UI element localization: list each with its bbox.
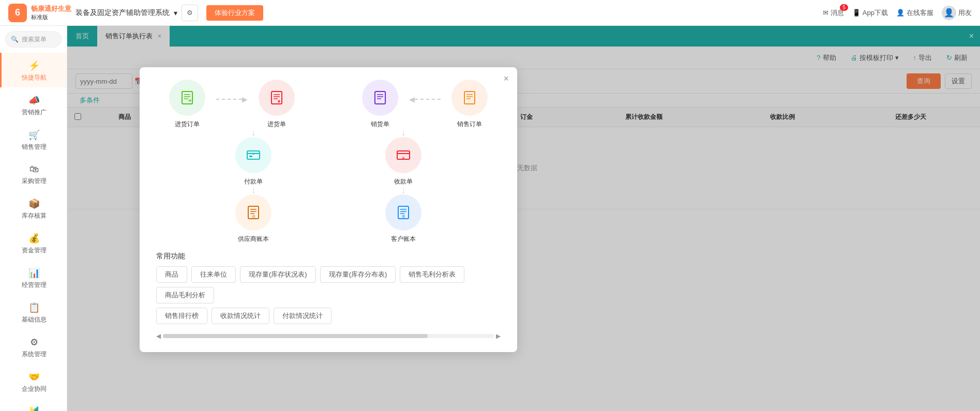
svg-rect-4 xyxy=(272,92,282,104)
sidebar-item-finance[interactable]: 💰 资金管理 xyxy=(0,225,67,260)
logo-icon: 6 xyxy=(8,4,27,22)
func-sales-rank-button[interactable]: 销售排行榜 xyxy=(156,308,207,324)
scroll-track[interactable] xyxy=(163,334,494,338)
supplier-ledger-icon: 供 xyxy=(235,194,272,231)
sidebar-item-sales[interactable]: 🛒 销售管理 xyxy=(0,122,67,157)
download-icon: 📱 xyxy=(852,9,861,17)
sidebar-item-enterprise[interactable]: 🤝 企业协同 xyxy=(0,364,67,399)
trial-button[interactable]: 体验行业方案 xyxy=(206,5,263,21)
arrow-2: ◀ xyxy=(409,95,441,103)
svg-text:客: 客 xyxy=(402,215,405,218)
settings-button[interactable]: ⚙ xyxy=(182,5,198,21)
func-inventory-dist-button[interactable]: 现存量(库存分布表) xyxy=(320,266,396,283)
basic-info-icon: 📋 xyxy=(28,302,40,313)
system-icon: ⚙ xyxy=(30,337,38,348)
search-menu-button[interactable]: 🔍 搜索菜单 xyxy=(5,31,62,48)
flow-row-2: ↓ ¥ 付款单 xyxy=(156,129,501,186)
purchase-order-icon xyxy=(169,80,205,116)
purchase-bill-icon xyxy=(259,80,295,116)
flow-spacer-3 xyxy=(156,186,218,243)
flow-customer: ↓ 客 客户账本 xyxy=(372,186,434,243)
svg-rect-0 xyxy=(182,92,192,104)
message-icon: ✉ xyxy=(823,9,828,17)
scroll-right-button[interactable]: ▶ xyxy=(496,332,501,340)
message-button[interactable]: ✉ 消息 5 xyxy=(823,8,844,18)
flow-spacer-2 xyxy=(439,129,501,186)
sales-icon: 🛒 xyxy=(28,129,40,141)
sales-order-icon xyxy=(451,80,488,116)
sidebar-item-guide[interactable]: 🔰 新手引导 xyxy=(0,399,67,411)
sidebar-item-quick-nav[interactable]: ⚡ 快捷导航 xyxy=(0,53,67,87)
flow-sales-bill[interactable]: 销货单 xyxy=(349,80,411,129)
customer-ledger-icon: 客 xyxy=(385,194,421,231)
sidebar-item-system[interactable]: ⚙ 系统管理 xyxy=(0,329,67,364)
flow-spacer-4 xyxy=(439,186,501,243)
dropdown-arrow-icon[interactable]: ▾ xyxy=(174,9,177,17)
func-goods-profit-button[interactable]: 商品毛利分析 xyxy=(156,287,214,303)
flow-popup: × 进货订单 xyxy=(140,67,517,352)
flow-purchase-down: ↓ ¥ 付款单 xyxy=(222,129,284,186)
svg-text:供: 供 xyxy=(252,215,255,218)
func-inventory-status-button[interactable]: 现存量(库存状况表) xyxy=(240,266,316,283)
sidebar-item-basic-info[interactable]: 📋 基础信息 xyxy=(0,295,67,329)
flow-diagram: 进货订单 ▶ xyxy=(156,80,501,243)
flow-row-1: 进货订单 ▶ xyxy=(156,80,501,129)
sales-bill-icon xyxy=(362,80,398,116)
search-icon: 🔍 xyxy=(11,36,19,43)
func-goods-button[interactable]: 商品 xyxy=(156,266,187,283)
scroll-thumb xyxy=(163,334,428,338)
content-area: 首页 销售订单执行表 × × ? 帮助 🖨 按模板打印 ▾ xyxy=(67,26,980,411)
flow-supplier-ledger[interactable]: 供 供应商账本 xyxy=(222,194,284,243)
inventory-icon: 📦 xyxy=(28,198,40,209)
flow-spacer-1 xyxy=(156,129,218,186)
svg-rect-12 xyxy=(464,92,475,104)
logo-area: 6 畅康通好生意 标准版 xyxy=(8,4,76,22)
marketing-icon: 📣 xyxy=(28,95,40,106)
sidebar-search-area: 🔍 搜索菜单 xyxy=(0,26,67,53)
top-bar: 6 畅康通好生意 标准版 装备及固定资产辅助管理系统 ▾ ⚙ 体验行业方案 ✉ … xyxy=(0,0,980,26)
func-buttons-row-1: 商品 往来单位 现存量(库存状况表) 现存量(库存分布表) 销售毛利分析表 商品… xyxy=(156,266,501,303)
svg-text:¥: ¥ xyxy=(402,156,405,160)
flow-customer-ledger[interactable]: 客 客户账本 xyxy=(372,194,434,243)
svg-rect-8 xyxy=(375,92,385,104)
enterprise-icon: 🤝 xyxy=(28,371,40,383)
func-receipt-stats-button[interactable]: 收款情况统计 xyxy=(212,308,269,324)
scroll-left-button[interactable]: ◀ xyxy=(156,332,161,340)
func-payment-stats-button[interactable]: 付款情况统计 xyxy=(274,308,331,324)
flow-payment-bill[interactable]: ¥ 付款单 xyxy=(222,137,284,186)
purchase-icon: 🛍 xyxy=(29,164,39,175)
sidebar: 🔍 搜索菜单 ⚡ 快捷导航 📣 营销推广 🛒 销售管理 🛍 采购管理 xyxy=(0,26,67,411)
func-buttons-row-2: 销售排行榜 收款情况统计 付款情况统计 xyxy=(156,308,501,324)
func-sales-profit-button[interactable]: 销售毛利分析表 xyxy=(400,266,464,283)
svg-text:¥: ¥ xyxy=(252,151,255,156)
service-icon: 👤 xyxy=(896,9,904,17)
system-title: 装备及固定资产辅助管理系统 ▾ ⚙ 体验行业方案 xyxy=(76,5,823,21)
flow-purchase-bill[interactable]: 进货单 xyxy=(246,80,308,129)
operations-icon: 📊 xyxy=(28,267,40,279)
receipt-icon: ¥ xyxy=(385,137,421,173)
app-download-button[interactable]: 📱 App下载 xyxy=(852,8,888,18)
sidebar-item-marketing[interactable]: 📣 营销推广 xyxy=(0,87,67,122)
message-badge: 5 xyxy=(840,4,848,11)
sidebar-item-operations[interactable]: 📊 经营管理 xyxy=(0,260,67,295)
flow-receipt-bill[interactable]: ¥ 收款单 xyxy=(372,137,434,186)
top-right-actions: ✉ 消息 5 📱 App下载 👤 在线客服 👤 用友 xyxy=(823,6,972,20)
quick-nav-icon: ⚡ xyxy=(28,60,40,71)
online-service-button[interactable]: 👤 在线客服 xyxy=(896,8,933,18)
logo-text: 畅康通好生意 标准版 xyxy=(31,4,71,22)
popup-scrollbar: ◀ ▶ xyxy=(156,332,501,340)
popup-overlay: × 进货订单 xyxy=(67,26,980,411)
flow-sales-order[interactable]: 销售订单 xyxy=(439,80,501,129)
common-functions-title: 常用功能 xyxy=(156,252,501,261)
sidebar-item-purchase[interactable]: 🛍 采购管理 xyxy=(0,157,67,191)
popup-close-button[interactable]: × xyxy=(503,73,509,84)
func-contacts-button[interactable]: 往来单位 xyxy=(191,266,236,283)
payment-icon: ¥ xyxy=(235,137,272,173)
arrow-1: ▶ xyxy=(216,95,248,103)
guide-icon: 🔰 xyxy=(28,406,40,411)
flow-supplier: ↓ 供 供应商账本 xyxy=(222,186,284,243)
flow-purchase-order[interactable]: 进货订单 xyxy=(156,80,218,129)
flow-row-3: ↓ 供 供应商账本 xyxy=(156,186,501,243)
sidebar-item-inventory[interactable]: 📦 库存核算 xyxy=(0,191,67,225)
user-menu[interactable]: 👤 用友 xyxy=(942,6,972,20)
